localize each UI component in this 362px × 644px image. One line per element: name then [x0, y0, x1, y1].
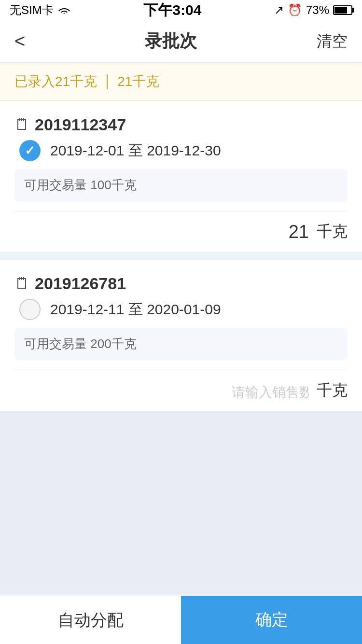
battery-icon — [333, 5, 352, 15]
batch-header-2: 🗒 2019126781 — [14, 274, 348, 293]
status-left: 无SIM卡 — [10, 2, 71, 18]
batch-header-1: 🗒 2019112347 — [14, 115, 348, 134]
nav-bar: < 录批次 清空 — [0, 20, 362, 63]
batch-date-2: 2019-12-11 至 2020-01-09 — [50, 300, 221, 320]
quantity-input-1[interactable] — [232, 222, 309, 242]
status-right: ↗ ⏰ 73% — [274, 3, 352, 17]
confirm-button[interactable]: 确定 — [181, 596, 362, 644]
summary-divider — [107, 74, 108, 89]
auto-distribute-button[interactable]: 自动分配 — [0, 596, 181, 644]
batch-icon-2: 🗒 — [14, 275, 30, 293]
back-button[interactable]: < — [14, 31, 25, 52]
time-display: 下午3:04 — [143, 0, 201, 20]
summary-label: 已录入21千克 — [14, 72, 97, 91]
radio-button-2[interactable] — [19, 299, 41, 320]
summary-banner: 已录入21千克 21千克 — [0, 63, 362, 101]
radio-button-1[interactable] — [19, 140, 41, 161]
quantity-unit-1: 千克 — [317, 221, 348, 242]
page-title: 录批次 — [145, 29, 197, 53]
summary-value: 21千克 — [117, 72, 159, 91]
battery-text: 73% — [306, 3, 329, 17]
status-bar: 无SIM卡 下午3:04 ↗ ⏰ 73% — [0, 0, 362, 20]
empty-area — [0, 411, 362, 594]
batch-icon-1: 🗒 — [14, 116, 30, 134]
batch-row-1: 2019-12-01 至 2019-12-30 — [14, 140, 348, 161]
wifi-icon — [57, 5, 71, 15]
batch-id-1: 2019112347 — [35, 115, 126, 134]
batch-availability-2: 可用交易量 200千克 — [14, 328, 348, 360]
card-divider-1 — [0, 252, 362, 260]
quantity-input-2[interactable] — [232, 380, 309, 401]
batch-id-2: 2019126781 — [35, 274, 126, 293]
carrier-text: 无SIM卡 — [10, 2, 54, 18]
location-icon: ↗ — [274, 3, 284, 17]
quantity-unit-2: 千克 — [317, 380, 348, 401]
clear-button[interactable]: 清空 — [317, 31, 348, 52]
quantity-row-2: 千克 — [14, 370, 348, 411]
quantity-row-1: 千克 — [14, 211, 348, 252]
alarm-icon: ⏰ — [288, 3, 302, 17]
batch-card-2: 🗒 2019126781 2019-12-11 至 2020-01-09 可用交… — [0, 260, 362, 411]
batch-row-2: 2019-12-11 至 2020-01-09 — [14, 299, 348, 320]
batch-card-1: 🗒 2019112347 2019-12-01 至 2019-12-30 可用交… — [0, 101, 362, 252]
batch-availability-1: 可用交易量 100千克 — [14, 169, 348, 201]
bottom-bar: 自动分配 确定 — [0, 596, 362, 644]
batch-date-1: 2019-12-01 至 2019-12-30 — [50, 141, 221, 161]
